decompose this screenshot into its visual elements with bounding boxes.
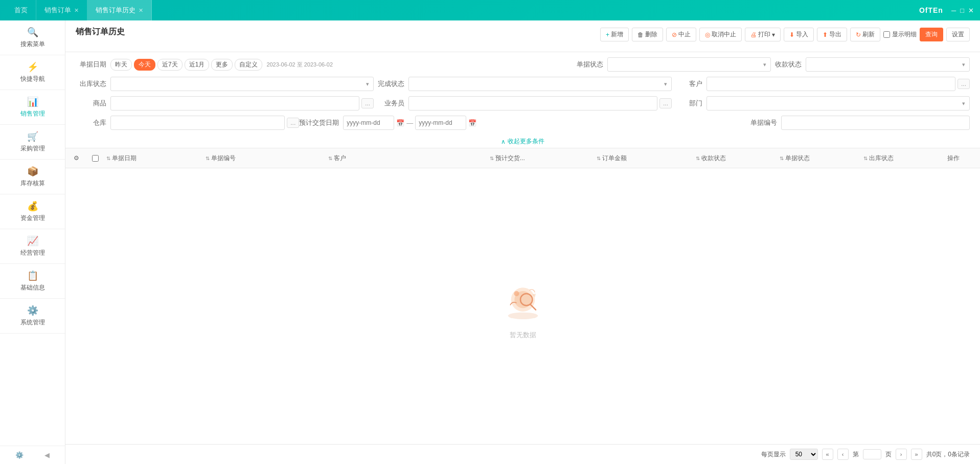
th-payment[interactable]: ⇅ 收款状态 [693,150,777,167]
goods-input[interactable] [110,96,359,111]
salesperson-ellipsis-btn[interactable]: ... [659,98,672,108]
finish-status-select[interactable]: ▾ [408,77,672,91]
sidebar-settings-icon[interactable]: ⚙️ [15,451,24,459]
tab-home[interactable]: 首页 [6,0,36,20]
th-docstatus[interactable]: ⇅ 单据状态 [777,150,860,167]
main-layout: 🔍 搜索菜单 ⚡ 快捷导航 📊 销售管理 🛒 采购管理 📦 库存核算 💰 资金管… [0,20,980,464]
window-close-btn[interactable]: ✕ [968,7,974,14]
content-area: 销售订单历史 + 新增 🗑 删除 ⊘ 中止 ◎ [65,20,980,464]
btn-stop[interactable]: ⊘ 中止 [666,28,696,41]
sidebar-operations-label: 经营管理 [20,249,45,257]
customer-input[interactable] [706,77,955,91]
btn-export[interactable]: ⬆ 导出 [817,28,847,41]
window-min-btn[interactable]: ─ [951,7,956,14]
sidebar-sales-label: 销售管理 [20,109,45,118]
date-tag-7days[interactable]: 近7天 [157,59,183,71]
salesperson-label: 业务员 [374,99,404,108]
page-title: 销售订单历史 [76,27,125,37]
th-docno[interactable]: ⇅ 单据编号 [202,150,325,167]
btn-cancel-stop[interactable]: ◎ 取消中止 [699,28,742,41]
doc-status-select[interactable]: ▾ [607,57,771,72]
page-header: 销售订单历史 + 新增 🗑 删除 ⊘ 中止 ◎ [65,20,980,52]
th-delivery-sort-icon: ⇅ [490,156,494,161]
dept-select[interactable]: ▾ [706,96,970,111]
goods-ellipsis-btn[interactable]: ... [361,98,374,108]
date-tag-today[interactable]: 今天 [134,59,155,71]
date-tag-1month[interactable]: 近1月 [185,59,210,71]
tab-sales-order[interactable]: 销售订单 ✕ [36,0,87,20]
collapse-btn[interactable]: ∧ 收起更多条件 [76,135,970,148]
btn-new[interactable]: + 新增 [600,28,629,41]
filter-out-status: 出库状态 ▾ [76,77,374,91]
btn-print[interactable]: 🖨 打印 ▾ [745,28,781,41]
current-page-input[interactable]: 1 [863,449,881,459]
show-detail-label[interactable]: 显示明细 [883,30,917,39]
sidebar-item-system[interactable]: ⚙️ 系统管理 [0,299,65,334]
tab-sales-order-close[interactable]: ✕ [74,7,79,14]
btn-query[interactable]: 查询 [920,28,943,41]
sidebar-item-quicknav[interactable]: ⚡ 快捷导航 [0,55,65,90]
salesperson-control: ... [408,96,672,111]
next-page-btn[interactable]: › [896,449,907,460]
tab-sales-history[interactable]: 销售订单历史 ✕ [87,0,152,20]
calendar-from-icon[interactable]: 📅 [396,119,404,127]
sidebar-collapse-icon[interactable]: ◀ [44,451,50,459]
th-outstatus[interactable]: ⇅ 出库状态 [860,150,944,167]
prev-page-btn[interactable]: ‹ [837,449,849,460]
warehouse-input[interactable] [110,116,285,130]
salesperson-input[interactable] [408,96,657,111]
operations-icon: 📈 [27,235,38,247]
calendar-to-icon[interactable]: 📅 [468,119,476,127]
sidebar-item-search[interactable]: 🔍 搜索菜单 [0,20,65,55]
sidebar-item-operations[interactable]: 📈 经营管理 [0,229,65,264]
sidebar-item-finance[interactable]: 💰 资金管理 [0,194,65,229]
th-settings[interactable]: ⚙ [71,150,89,166]
th-docstatus-sort-icon: ⇅ [780,156,784,161]
th-checkbox[interactable] [89,151,103,166]
customer-ellipsis-btn[interactable]: ... [958,79,970,89]
sidebar-item-basicinfo[interactable]: 📋 基础信息 [0,264,65,299]
show-detail-checkbox[interactable] [883,31,890,38]
btn-delete[interactable]: 🗑 删除 [632,28,663,41]
th-delivery[interactable]: ⇅ 预计交货... [487,150,594,167]
date-tag-group: 昨天 今天 近7天 近1月 更多 自定义 [110,59,262,71]
table-header: ⚙ ⇅ 单据日期 ⇅ 单据编号 ⇅ 客户 ⇅ [65,148,980,168]
delivery-date-from[interactable] [343,116,394,130]
tab-sales-history-label: 销售订单历史 [96,6,135,15]
docno-input[interactable] [781,116,970,130]
th-date-sort-icon: ⇅ [106,156,110,161]
th-amount[interactable]: ⇅ 订单金额 [594,150,693,167]
tab-list: 首页 销售订单 ✕ 销售订单历史 ✕ [6,0,919,20]
sidebar-item-purchase[interactable]: 🛒 采购管理 [0,125,65,160]
pay-status-select[interactable]: ▾ [806,57,970,72]
stop-icon: ⊘ [672,31,677,38]
date-tag-more[interactable]: 更多 [211,59,233,71]
tab-sales-history-close[interactable]: ✕ [139,7,143,14]
th-amount-sort-icon: ⇅ [597,156,601,161]
th-date[interactable]: ⇅ 单据日期 [103,150,202,167]
sidebar-item-inventory[interactable]: 📦 库存核算 [0,160,65,194]
page-size-select[interactable]: 50 20 100 [790,449,818,460]
warehouse-ellipsis-btn[interactable]: ... [287,118,299,128]
sidebar-item-sales[interactable]: 📊 销售管理 [0,90,65,125]
btn-stop-label: 中止 [678,30,691,39]
btn-cancel-stop-label: 取消中止 [712,30,736,39]
date-tag-custom[interactable]: 自定义 [235,59,262,71]
btn-settings[interactable]: 设置 [946,28,970,41]
btn-refresh[interactable]: ↻ 刷新 [850,28,880,41]
date-tag-yesterday[interactable]: 昨天 [110,59,132,71]
btn-import[interactable]: ⬇ 导入 [784,28,814,41]
first-page-btn[interactable]: « [822,449,833,460]
doc-status-arrow-icon: ▾ [763,61,766,68]
delivery-date-to[interactable] [415,116,466,130]
svg-point-0 [508,312,537,319]
last-page-btn[interactable]: » [911,449,922,460]
goods-label: 商品 [76,99,106,108]
cancel-stop-icon: ◎ [705,31,710,38]
th-payment-label: 收款状态 [701,154,726,163]
select-all-checkbox[interactable] [92,155,99,162]
window-max-btn[interactable]: □ [960,7,964,14]
out-status-select[interactable]: ▾ [110,77,374,91]
th-customer[interactable]: ⇅ 客户 [325,150,487,167]
btn-settings-label: 设置 [952,30,964,39]
